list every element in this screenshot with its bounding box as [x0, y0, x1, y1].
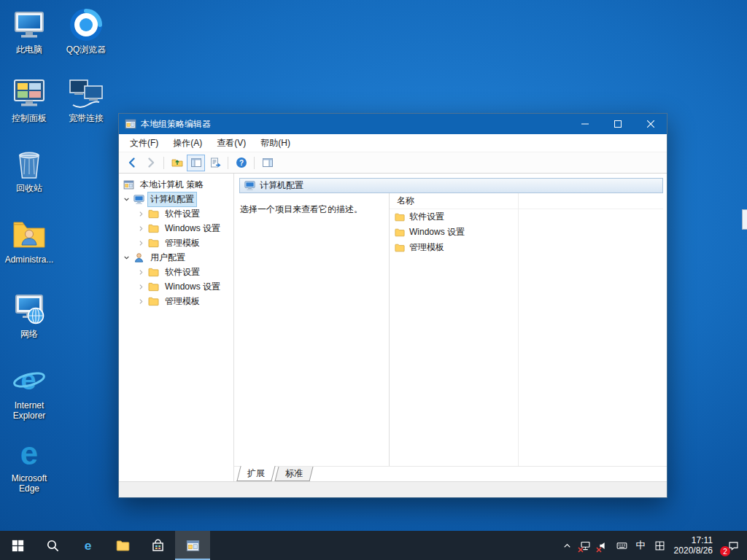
ime-toolbar-button[interactable]: [651, 531, 669, 560]
desktop-icon-label: QQ浏览器: [58, 44, 114, 55]
list-item-software-settings[interactable]: 软件设置: [390, 209, 663, 225]
desktop-icon-broadband[interactable]: 宽带连接: [58, 76, 114, 123]
folder-icon: [148, 209, 159, 219]
window-titlebar[interactable]: 本地组策略编辑器: [119, 114, 667, 134]
tray-network-button[interactable]: [576, 531, 595, 560]
name-column-header[interactable]: 名称: [390, 193, 663, 209]
tree-item-label: 软件设置: [162, 265, 203, 280]
tree-item-windows-settings[interactable]: Windows 设置: [119, 221, 233, 236]
qq-browser-icon: [69, 7, 104, 42]
minimize-icon: [581, 120, 589, 128]
chevron-right-icon[interactable]: [136, 238, 146, 248]
maximize-icon: [614, 120, 622, 128]
minimize-button[interactable]: [568, 114, 601, 134]
taskbar-edge-button[interactable]: [70, 531, 105, 560]
window-body: 本地计算机 策略 计算机配置 软件设置 Windows 设置: [119, 174, 667, 481]
chevron-right-icon[interactable]: [136, 282, 146, 292]
desktop-icon-control-panel[interactable]: 控制面板: [1, 76, 57, 123]
taskbar: 中 17:11 2020/8/26 2: [0, 531, 747, 560]
tree-item-label: Windows 设置: [162, 221, 223, 236]
show-console-tree-button[interactable]: [187, 155, 205, 171]
list-item-label: Windows 设置: [409, 226, 465, 238]
desktop-icon-this-pc[interactable]: 此电脑: [1, 7, 57, 55]
desktop-icon-qq-browser[interactable]: QQ浏览器: [58, 7, 114, 55]
tray-volume-button[interactable]: [595, 531, 613, 560]
keyboard-icon: [616, 540, 627, 551]
network-icon: [12, 292, 47, 327]
desktop-icon-label: 控制面板: [1, 113, 57, 123]
desktop-icon-microsoft-edge[interactable]: Microsoft Edge: [1, 436, 57, 494]
folder-icon: [395, 243, 405, 253]
this-pc-icon: [12, 7, 47, 42]
console-tree-icon: [190, 157, 202, 168]
hidden-icons-button[interactable]: [558, 531, 576, 560]
desktop-icon-label: Microsoft Edge: [1, 473, 57, 494]
chevron-right-icon[interactable]: [136, 224, 146, 233]
tree-item-label: 计算机配置: [147, 192, 197, 207]
chevron-right-icon[interactable]: [136, 209, 146, 219]
gpedit-app-icon: [186, 539, 200, 553]
chevron-right-icon[interactable]: [136, 297, 146, 306]
tab-extended[interactable]: 扩展: [236, 466, 275, 481]
chevron-down-icon[interactable]: [122, 253, 131, 262]
toolbar-separator: [254, 157, 255, 169]
tree-item-admin-templates[interactable]: 管理模板: [119, 236, 233, 250]
tree-item-label: 用户配置: [147, 250, 188, 265]
maximize-button[interactable]: [601, 114, 634, 134]
tree-item-user-config[interactable]: 用户配置: [119, 250, 233, 265]
desktop-icon-internet-explorer[interactable]: Internet Explorer: [1, 363, 57, 421]
ime-mode-indicator[interactable]: 中: [631, 531, 651, 560]
taskbar-search-button[interactable]: [35, 531, 70, 560]
close-button[interactable]: [634, 114, 667, 134]
show-action-pane-button[interactable]: [258, 155, 276, 171]
desktop-icon-network[interactable]: 网络: [1, 292, 57, 339]
desktop-icon-label: Internet Explorer: [1, 400, 57, 421]
desktop-icon-label: 回收站: [1, 183, 57, 193]
user-config-icon: [133, 252, 144, 263]
desktop-icon-label: 此电脑: [1, 44, 57, 55]
tree-item-user-software-settings[interactable]: 软件设置: [119, 265, 233, 279]
menu-action[interactable]: 操作(A): [166, 135, 209, 152]
toolbar-separator: [228, 157, 228, 169]
folder-icon: [148, 296, 159, 307]
tree-item-label: Windows 设置: [162, 279, 223, 295]
taskbar-gpedit-button[interactable]: [175, 531, 210, 560]
taskbar-clock[interactable]: 17:11 2020/8/26: [669, 535, 719, 556]
back-button[interactable]: [123, 155, 141, 171]
tree-item-label: 管理模板: [162, 236, 203, 251]
chevron-right-icon[interactable]: [136, 268, 146, 277]
taskbar-store-button[interactable]: [140, 531, 175, 560]
taskbar-apps: [0, 531, 210, 560]
notification-center-button[interactable]: 2: [719, 531, 747, 560]
taskbar-file-explorer-button[interactable]: [105, 531, 140, 560]
tree-item-computer-config[interactable]: 计算机配置: [119, 192, 233, 206]
tab-standard[interactable]: 标准: [275, 467, 314, 481]
list-item-admin-templates[interactable]: 管理模板: [390, 240, 663, 255]
export-list-button[interactable]: [206, 155, 224, 171]
disconnected-x-icon: [578, 547, 584, 553]
menu-view[interactable]: 查看(V): [209, 135, 253, 152]
desktop-icon-recycle-bin[interactable]: 回收站: [1, 146, 57, 193]
action-pane-icon: [262, 157, 274, 168]
tree-item-user-admin-templates[interactable]: 管理模板: [119, 294, 233, 308]
gpedit-window: 本地组策略编辑器 文件(F) 操作(A) 查看(V) 帮助(H): [118, 113, 667, 498]
menu-file[interactable]: 文件(F): [123, 135, 166, 152]
view-tabs: 扩展 标准: [234, 466, 667, 481]
chevron-up-icon: [562, 540, 573, 551]
tree-item-software-settings[interactable]: 软件设置: [119, 206, 233, 221]
recycle-bin-icon: [12, 146, 47, 181]
chevron-down-icon[interactable]: [122, 195, 131, 204]
start-button[interactable]: [0, 531, 35, 560]
forward-button[interactable]: [142, 155, 160, 171]
list-item-windows-settings[interactable]: Windows 设置: [390, 225, 663, 240]
help-icon: [236, 157, 247, 168]
tree-item-local-computer-policy[interactable]: 本地计算机 策略: [119, 177, 233, 192]
tree-item-user-windows-settings[interactable]: Windows 设置: [119, 279, 233, 294]
menu-help[interactable]: 帮助(H): [253, 135, 298, 152]
up-level-button[interactable]: [168, 155, 186, 171]
desktop-icon-administrator-folder[interactable]: Administra...: [1, 217, 57, 265]
help-button[interactable]: [232, 155, 250, 171]
internet-explorer-icon: [12, 363, 47, 398]
touch-keyboard-button[interactable]: [613, 531, 631, 560]
result-pane: 计算机配置 选择一个项目来查看它的描述。 名称 软件设置: [234, 174, 667, 481]
